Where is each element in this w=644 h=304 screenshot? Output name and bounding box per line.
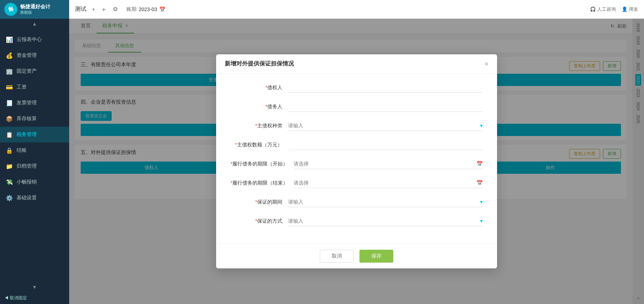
- app-logo: 畅: [4, 3, 17, 16]
- add-icon[interactable]: ＋: [100, 5, 107, 14]
- sidebar-item-label: 固定资产: [17, 68, 37, 74]
- lock-icon: 🔒: [6, 147, 13, 154]
- form-control-guarantee-method: ▾: [288, 216, 483, 226]
- claim-amount-input[interactable]: [288, 140, 483, 150]
- modal-header: 新增对外提供保证担保情况 ×: [216, 54, 497, 74]
- topbar-right: 🎧 人工咨询 👤 用友: [590, 6, 638, 13]
- expense-icon: 💸: [6, 178, 13, 186]
- form-label-period-start: *履行债务的期限（开始）: [231, 161, 294, 167]
- form-label-period-end: *履行债务的期限（结束）: [231, 180, 294, 186]
- claim-type-select-wrapper: ▾: [288, 121, 483, 131]
- sidebar-bottom-action[interactable]: ◀ 取消固定: [0, 292, 69, 304]
- form-control-claim-type: ▾: [288, 121, 483, 131]
- sidebar-item-closing[interactable]: 🔒 结账: [0, 142, 69, 158]
- chart-icon: 📊: [6, 36, 13, 43]
- fund-icon: 💰: [6, 52, 13, 59]
- period-start-date-wrapper: 📅: [294, 159, 483, 169]
- save-button[interactable]: 保存: [359, 250, 393, 263]
- company-chevron-icon[interactable]: ▾: [92, 6, 95, 12]
- sidebar-item-tax[interactable]: 📋 税务管理: [0, 127, 69, 142]
- sidebar-scroll-up[interactable]: ▲: [0, 19, 69, 29]
- period-start-input[interactable]: [294, 161, 477, 167]
- sidebar-item-cloud-reports[interactable]: 📊 云报表中心: [0, 32, 69, 47]
- form-control-period-start: 📅: [294, 159, 483, 169]
- sidebar-item-label: 发票管理: [17, 100, 37, 106]
- form-label-debtor: *债务人: [231, 104, 288, 110]
- form-label-claim-type: *主债权种类: [231, 123, 288, 129]
- sidebar-item-label: 工资: [17, 84, 27, 90]
- sidebar-item-fixed-assets[interactable]: 🏢 固定资产: [0, 63, 69, 79]
- modal-close-button[interactable]: ×: [484, 61, 488, 67]
- modal-overlay: 新增对外提供保证担保情况 × *债权人: [69, 19, 644, 304]
- archive-icon: 📁: [6, 163, 13, 170]
- headset-icon: 🎧: [590, 6, 596, 12]
- app-title: 畅捷通好会计: [20, 4, 50, 10]
- sidebar-item-expense[interactable]: 💸 小畅报销: [0, 174, 69, 190]
- calendar-icon[interactable]: 📅: [159, 6, 165, 12]
- form-row-claim-amount: *主债权数额（万元）: [231, 140, 483, 150]
- service-label: 人工咨询: [597, 6, 616, 13]
- form-label-claim-amount: *主债权数额（万元）: [231, 142, 288, 148]
- guarantee-period-select-wrapper: ▾: [288, 197, 483, 207]
- sidebar-nav: 📊 云报表中心 💰 资金管理 🏢 固定资产 💳 工资 🧾 发票管理 📦: [0, 29, 69, 282]
- form-row-creditor: *债权人: [231, 82, 483, 93]
- form-label-guarantee-period: *保证的期间: [231, 199, 288, 205]
- period-value: 2023-03: [139, 6, 157, 12]
- modal-title: 新增对外提供保证担保情况: [225, 60, 294, 68]
- claim-type-arrow-icon[interactable]: ▾: [480, 123, 483, 128]
- gear-icon[interactable]: ⚙: [113, 6, 118, 13]
- period-end-input[interactable]: [294, 180, 477, 186]
- form-row-period-start: *履行债务的期限（开始） 📅: [231, 159, 483, 169]
- period-end-date-wrapper: 📅: [294, 178, 483, 188]
- form-label-creditor: *债权人: [231, 85, 288, 91]
- period-end-calendar-icon[interactable]: 📅: [477, 180, 483, 186]
- user-label: 用友: [629, 6, 638, 13]
- sidebar-item-label: 基础设置: [17, 195, 37, 201]
- guarantee-method-select[interactable]: [288, 218, 480, 224]
- modal-dialog: 新增对外提供保证担保情况 × *债权人: [216, 54, 497, 268]
- settings-icon: ⚙️: [6, 194, 13, 201]
- unpin-label: ◀ 取消固定: [4, 295, 27, 301]
- sidebar-item-archive[interactable]: 📁 归档管理: [0, 158, 69, 174]
- guarantee-period-select[interactable]: [288, 199, 480, 205]
- form-control-period-end: 📅: [294, 178, 483, 188]
- modal-footer: 取消 保存: [216, 244, 497, 268]
- period-label: 账期: [126, 6, 137, 13]
- user-button[interactable]: 👤 用友: [622, 6, 638, 13]
- sidebar-item-label: 库存核算: [17, 115, 37, 122]
- form-row-guarantee-method: *保证的方式 ▾: [231, 216, 483, 226]
- service-button[interactable]: 🎧 人工咨询: [590, 6, 616, 13]
- sidebar-item-inventory[interactable]: 📦 库存核算: [0, 111, 69, 127]
- sidebar-item-payroll[interactable]: 💳 工资: [0, 79, 69, 95]
- sidebar: 畅 畅捷通好会计 旗舰版 ▲ 📊 云报表中心 💰 资金管理 🏢 固定资产 💳: [0, 0, 69, 304]
- form-row-guarantee-period: *保证的期间 ▾: [231, 197, 483, 207]
- debtor-input[interactable]: [288, 101, 483, 112]
- building-icon: 🏢: [6, 68, 13, 75]
- cancel-button[interactable]: 取消: [320, 250, 354, 263]
- sidebar-item-label: 小畅报销: [17, 179, 37, 185]
- form-row-claim-type: *主债权种类 ▾: [231, 121, 483, 131]
- sidebar-item-label: 结账: [17, 147, 27, 154]
- sidebar-item-label: 税务管理: [17, 131, 37, 138]
- topbar: 测试 ▾ ＋ ⚙ 账期 2023-03 📅 🎧 人工咨询 👤 用友: [69, 0, 644, 19]
- guarantee-method-arrow-icon[interactable]: ▾: [480, 218, 483, 224]
- sidebar-item-fund-management[interactable]: 💰 资金管理: [0, 47, 69, 63]
- inventory-icon: 📦: [6, 115, 13, 122]
- claim-type-select[interactable]: [288, 123, 480, 128]
- sidebar-item-settings[interactable]: ⚙️ 基础设置: [0, 190, 69, 206]
- tax-icon: 📋: [6, 131, 13, 138]
- form-label-guarantee-method: *保证的方式: [231, 218, 288, 224]
- creditor-input[interactable]: [288, 82, 483, 93]
- guarantee-period-arrow-icon[interactable]: ▾: [480, 199, 483, 205]
- guarantee-method-select-wrapper: ▾: [288, 216, 483, 226]
- sidebar-scroll-down[interactable]: ▼: [0, 282, 69, 292]
- invoice-icon: 🧾: [6, 99, 13, 106]
- company-name: 测试: [75, 5, 86, 13]
- period-start-calendar-icon[interactable]: 📅: [477, 161, 483, 167]
- sidebar-item-invoice[interactable]: 🧾 发票管理: [0, 95, 69, 111]
- sidebar-item-label: 云报表中心: [17, 36, 42, 43]
- form-row-period-end: *履行债务的期限（结束） 📅: [231, 178, 483, 188]
- payroll-icon: 💳: [6, 83, 13, 91]
- form-row-debtor: *债务人: [231, 101, 483, 112]
- user-icon: 👤: [622, 6, 627, 12]
